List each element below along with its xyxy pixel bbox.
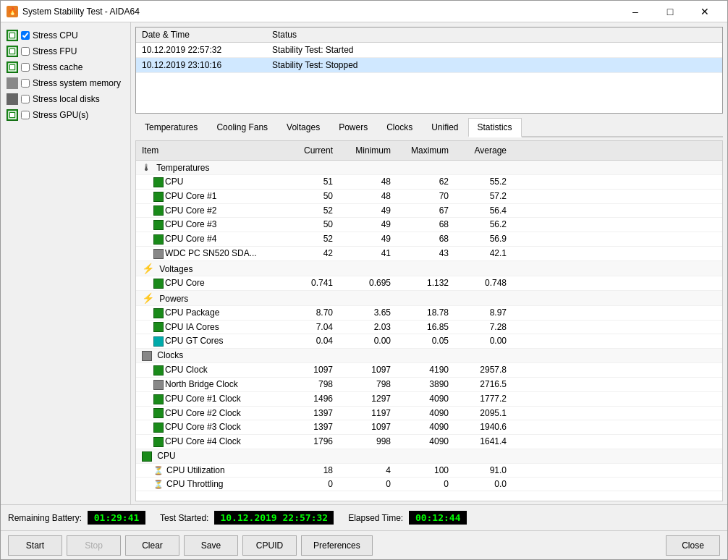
stress-cpu-item[interactable]: Stress CPU: [5, 28, 126, 43]
right-panel: Date & Time Status 10.12.2019 22:57:32 S…: [131, 22, 727, 504]
stress-cpu-checkbox[interactable]: [21, 31, 30, 40]
close-button[interactable]: Close: [666, 535, 720, 556]
stats-col-average: Average: [454, 144, 512, 157]
stress-disks-checkbox[interactable]: [21, 95, 30, 103]
log-row[interactable]: 10.12.2019 23:10:16 Stability Test: Stop…: [136, 58, 722, 73]
row-wdc-temp[interactable]: WDC PC SN520 SDA... 42 41 43 42.1: [136, 247, 722, 261]
tab-voltages[interactable]: Voltages: [277, 118, 329, 137]
stats-body[interactable]: 🌡 Temperatures CPU 51 48 62: [136, 161, 722, 501]
stress-gpu-label: Stress GPU(s): [33, 110, 88, 120]
tab-temperatures[interactable]: Temperatures: [135, 118, 207, 137]
elapsed-time-value: 00:12:44: [409, 511, 467, 525]
tab-powers[interactable]: Powers: [329, 118, 377, 137]
tabs-bar: Temperatures Cooling Fans Voltages Power…: [135, 118, 723, 137]
stress-memory-label: Stress system memory: [33, 78, 121, 88]
stats-header: Item Current Minimum Maximum Average: [136, 141, 722, 161]
start-button[interactable]: Start: [8, 535, 62, 556]
test-started-label: Test Started:: [160, 513, 208, 523]
window-title: System Stability Test - AIDA64: [22, 7, 140, 17]
row-nb-clock[interactable]: North Bridge Clock 798 798 3890 2716.5: [136, 378, 722, 392]
mem-icon: [7, 77, 18, 89]
title-bar-left: 🔥 System Stability Test - AIDA64: [7, 6, 140, 17]
stats-col-minimum: Minimum: [339, 144, 397, 157]
row-cpu-gt-cores[interactable]: CPU GT Cores 0.04 0.00 0.05 0.00: [136, 334, 722, 349]
minimize-button[interactable]: –: [619, 1, 652, 22]
title-bar-controls: – □ ✕: [619, 1, 721, 22]
tab-clocks[interactable]: Clocks: [377, 118, 422, 137]
stress-cache-label: Stress cache: [33, 62, 82, 72]
test-started-value: 10.12.2019 22:57:32: [214, 511, 334, 525]
window-close-button[interactable]: ✕: [688, 1, 721, 22]
row-cpu-utilization[interactable]: ⏳CPU Utilization 18 4 100 91.0: [136, 464, 722, 478]
stress-fpu-checkbox[interactable]: [21, 47, 30, 56]
stop-button[interactable]: Stop: [67, 535, 121, 556]
cache-icon: [7, 61, 18, 73]
stress-cache-checkbox[interactable]: [21, 63, 30, 72]
row-core4-clock[interactable]: CPU Core #4 Clock 1796 998 4090 1641.4: [136, 435, 722, 449]
stress-fpu-label: Stress FPU: [33, 46, 77, 56]
row-cpu-clock[interactable]: CPU Clock 1097 1097 4190 2957.8: [136, 363, 722, 378]
row-cpu-core4-temp[interactable]: CPU Core #4 52 49 68 56.9: [136, 232, 722, 247]
stress-memory-checkbox[interactable]: [21, 79, 30, 88]
stress-memory-item[interactable]: Stress system memory: [5, 76, 126, 90]
svg-rect-1: [10, 33, 14, 38]
log-status-1: Stability Test: Started: [266, 43, 722, 58]
cpuid-button[interactable]: CPUID: [242, 535, 297, 556]
log-row[interactable]: 10.12.2019 22:57:32 Stability Test: Star…: [136, 43, 722, 58]
stats-col-maximum: Maximum: [397, 144, 454, 157]
remaining-battery-item: Remaining Battery: 01:29:41: [8, 511, 145, 525]
status-bar: Remaining Battery: 01:29:41 Test Started…: [1, 504, 727, 530]
stress-cpu-label: Stress CPU: [33, 30, 78, 41]
preferences-button[interactable]: Preferences: [301, 535, 373, 556]
disk-icon: [7, 93, 18, 105]
log-table: Date & Time Status 10.12.2019 22:57:32 S…: [136, 27, 722, 73]
stress-gpu-checkbox[interactable]: [21, 111, 30, 119]
log-header-status: Status: [266, 27, 722, 43]
section-temperatures: 🌡 Temperatures: [136, 161, 722, 175]
log-area: Date & Time Status 10.12.2019 22:57:32 S…: [135, 27, 723, 114]
log-datetime-1: 10.12.2019 22:57:32: [136, 43, 266, 58]
stats-col-item: Item: [136, 144, 281, 157]
stress-disks-label: Stress local disks: [33, 94, 100, 104]
log-header-datetime: Date & Time: [136, 27, 266, 43]
stress-fpu-item[interactable]: Stress FPU: [5, 44, 126, 59]
log-status-2: Stability Test: Stopped: [266, 58, 722, 73]
app-icon: 🔥: [7, 6, 18, 17]
section-voltages: ⚡ Voltages: [136, 261, 722, 276]
row-core3-clock[interactable]: CPU Core #3 Clock 1397 1097 4090 1940.6: [136, 420, 722, 435]
row-cpu-core2-temp[interactable]: CPU Core #2 52 49 67 56.4: [136, 204, 722, 219]
bottom-bar: Start Stop Clear Save CPUID Preferences …: [1, 530, 727, 559]
svg-rect-7: [10, 113, 14, 117]
save-button[interactable]: Save: [184, 535, 238, 556]
section-powers: ⚡ Powers: [136, 291, 722, 306]
main-window: 🔥 System Stability Test - AIDA64 – □ ✕ S…: [0, 0, 728, 560]
row-core2-clock[interactable]: CPU Core #2 Clock 1397 1197 4090 2095.1: [136, 407, 722, 421]
row-core1-clock[interactable]: CPU Core #1 Clock 1496 1297 4090 1777.2: [136, 392, 722, 407]
tab-unified[interactable]: Unified: [422, 118, 467, 137]
maximize-button[interactable]: □: [653, 1, 687, 22]
row-cpu-throttling[interactable]: ⏳CPU Throttling 0 0 0 0.0: [136, 478, 722, 491]
remaining-battery-value: 01:29:41: [88, 511, 145, 525]
row-cpu-package[interactable]: CPU Package 8.70 3.65 18.78 8.97: [136, 306, 722, 321]
row-cpu-core3-temp[interactable]: CPU Core #3 50 49 68 56.2: [136, 218, 722, 232]
fpu-icon: [7, 46, 18, 57]
gpu-icon: [7, 109, 18, 121]
tab-cooling-fans[interactable]: Cooling Fans: [207, 118, 277, 137]
row-cpu-ia-cores[interactable]: CPU IA Cores 7.04 2.03 16.85 7.28: [136, 321, 722, 335]
elapsed-time-label: Elapsed Time:: [348, 513, 403, 523]
svg-rect-3: [10, 49, 14, 54]
test-started-item: Test Started: 10.12.2019 22:57:32: [160, 511, 334, 525]
section-clocks: Clocks: [136, 349, 722, 363]
left-panel: Stress CPU Stress FPU Stress cache St: [1, 22, 131, 504]
title-bar: 🔥 System Stability Test - AIDA64 – □ ✕: [1, 1, 727, 22]
stress-disks-item[interactable]: Stress local disks: [5, 92, 126, 106]
row-cpu-core1-temp[interactable]: CPU Core #1 50 48 70 57.2: [136, 190, 722, 204]
row-cpu-temp[interactable]: CPU 51 48 62 55.2: [136, 175, 722, 190]
row-cpu-core-volt[interactable]: CPU Core 0.741 0.695 1.132 0.748: [136, 276, 722, 291]
clear-button[interactable]: Clear: [125, 535, 179, 556]
stress-gpu-item[interactable]: Stress GPU(s): [5, 108, 126, 122]
stress-cache-item[interactable]: Stress cache: [5, 60, 126, 75]
section-cpu: CPU: [136, 449, 722, 464]
tab-statistics[interactable]: Statistics: [468, 118, 522, 137]
elapsed-time-item: Elapsed Time: 00:12:44: [348, 511, 467, 525]
